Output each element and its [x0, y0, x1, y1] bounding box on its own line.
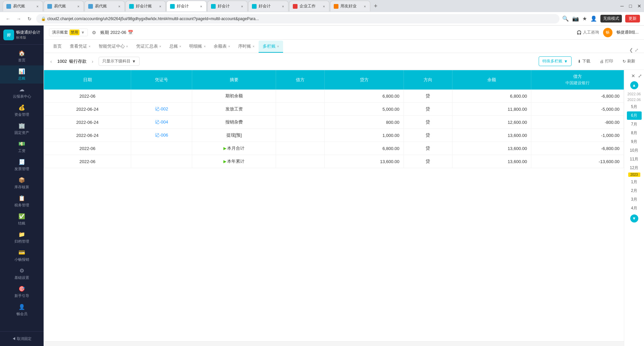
- next-account-button[interactable]: ›: [91, 58, 95, 65]
- forward-button[interactable]: →: [15, 15, 23, 23]
- close-tab-voucher-summary[interactable]: ×: [159, 45, 161, 48]
- sidebar-item-member[interactable]: 👤 畅会员: [0, 301, 44, 319]
- close-tab-multi-column[interactable]: ×: [277, 45, 279, 48]
- minimize-button[interactable]: ─: [621, 3, 624, 9]
- new-tab-button[interactable]: +: [371, 1, 380, 11]
- close-tab-balance-table[interactable]: ×: [228, 45, 230, 48]
- tab-home[interactable]: 首页: [49, 41, 66, 53]
- demo-dropdown-icon[interactable]: ▼: [81, 30, 85, 35]
- month-item-8[interactable]: 8月: [627, 129, 642, 137]
- tab-close-6[interactable]: ×: [240, 4, 244, 9]
- tab-close-9[interactable]: ×: [363, 4, 367, 9]
- search-icon[interactable]: 🔍: [562, 15, 569, 22]
- browser-tab-4[interactable]: 好会计账 ×: [125, 1, 166, 11]
- close-button[interactable]: ✕: [637, 3, 641, 9]
- special-multi-button[interactable]: 特殊多栏账 ▼: [539, 56, 572, 66]
- sidebar-item-archive[interactable]: 📁 归档管理: [0, 229, 44, 247]
- tab-voucher-summary[interactable]: 凭证汇总表 ×: [132, 41, 165, 53]
- consult-button[interactable]: 🎧 人工咨询: [577, 30, 599, 35]
- download-button[interactable]: ⬇ 下载: [574, 57, 594, 66]
- scroll-down-button[interactable]: ▼: [630, 214, 638, 223]
- close-tab-general-ledger[interactable]: ×: [179, 45, 181, 48]
- profile-icon[interactable]: 👤: [590, 15, 597, 22]
- close-tab-view-voucher[interactable]: ×: [89, 45, 91, 48]
- sidebar-item-cloud-report[interactable]: ☁ 云报表中心: [0, 84, 44, 102]
- url-input[interactable]: 🔒 cloud2.chanjet.com/accounting/uh26t264…: [36, 14, 559, 23]
- browser-tab-3[interactable]: 易代账 ×: [85, 1, 125, 11]
- sidebar-item-assets[interactable]: 🏢 固定资产: [0, 120, 44, 138]
- sidebar-item-inventory[interactable]: 📦 库存核算: [0, 174, 44, 192]
- tab-balance-table[interactable]: 余额表 ×: [210, 41, 234, 53]
- tab-close-5[interactable]: ×: [200, 4, 203, 9]
- tab-close-1[interactable]: ×: [36, 4, 39, 9]
- browser-tab-8[interactable]: 企业工作 ×: [289, 1, 329, 11]
- no-trace-button[interactable]: 无痕模式: [600, 15, 622, 22]
- browser-tab-2[interactable]: 易代账 ×: [44, 1, 84, 11]
- sidebar-item-ledger[interactable]: 📊 总账: [0, 65, 44, 84]
- update-button[interactable]: 更新: [625, 15, 640, 22]
- voucher-link[interactable]: 记-004: [131, 116, 192, 129]
- sidebar-item-settlement[interactable]: ✅ 结账: [0, 210, 44, 229]
- expand-icon[interactable]: ⤢: [635, 47, 639, 53]
- sidebar-item-salary[interactable]: 💵 工资: [0, 138, 44, 156]
- sidebar-item-settings[interactable]: ⚙ 基础设置: [0, 265, 44, 283]
- browser-tab-9[interactable]: 用友好业 ×: [330, 1, 370, 11]
- close-tab-smart-voucher[interactable]: ×: [126, 45, 128, 48]
- settings-cog-button[interactable]: ⚙: [92, 30, 96, 35]
- refresh-button[interactable]: ↻ 刷新: [619, 57, 639, 66]
- tab-close-8[interactable]: ×: [322, 4, 326, 9]
- refresh-nav-button[interactable]: ↻: [25, 15, 34, 23]
- ledger-table-wrap[interactable]: 日期 凭证号 摘要 借方 贷方 方向 余额 借方 中国建: [44, 70, 624, 341]
- tab-close-7[interactable]: ×: [281, 4, 285, 9]
- tab-view-voucher[interactable]: 查看凭证 ×: [66, 41, 95, 53]
- panel-close-icon[interactable]: ✕: [631, 72, 636, 79]
- month-item-10[interactable]: 10月: [627, 146, 642, 155]
- bookmark-icon[interactable]: ★: [582, 15, 587, 22]
- bottom-scrollbar[interactable]: [44, 341, 624, 346]
- close-tab-detail-ledger[interactable]: ×: [204, 45, 206, 48]
- sidebar-item-invoice[interactable]: 🧾 发票管理: [0, 156, 44, 174]
- month-item-2023-1[interactable]: 1月: [627, 178, 642, 186]
- month-item-5[interactable]: 5月: [627, 103, 642, 111]
- maximize-button[interactable]: □: [629, 3, 632, 9]
- sidebar-item-expense[interactable]: 💳 小畅报销: [0, 247, 44, 265]
- month-item-2023-4[interactable]: 4月: [627, 204, 642, 212]
- month-item-9[interactable]: 9月: [627, 138, 642, 146]
- collapse-right-icon[interactable]: ❮: [629, 47, 633, 53]
- browser-tab-5[interactable]: 好会计 ×: [166, 1, 207, 11]
- month-item-7[interactable]: 7月: [627, 120, 642, 129]
- month-item-2023-3[interactable]: 3月: [627, 195, 642, 204]
- month-item-11[interactable]: 11月: [627, 155, 642, 163]
- scroll-up-button[interactable]: ▲: [630, 81, 638, 89]
- tab-general-ledger[interactable]: 总账 ×: [165, 41, 185, 53]
- panel-expand-icon[interactable]: ⤢: [637, 72, 643, 79]
- sidebar-item-home[interactable]: 🏠 首页: [0, 47, 44, 65]
- camera-icon[interactable]: 📷: [572, 15, 579, 22]
- tab-detail-ledger[interactable]: 明细账 ×: [185, 41, 210, 53]
- sidebar-item-guide[interactable]: 🎯 新手引导: [0, 283, 44, 301]
- browser-tab-7[interactable]: 好会计 ×: [248, 1, 288, 11]
- browser-tab-1[interactable]: 易代账 ×: [3, 1, 43, 11]
- voucher-link[interactable]: 记-002: [131, 103, 192, 116]
- show-sub-accounts-button[interactable]: 只显示下级科目 ▼: [99, 57, 140, 66]
- tab-smart-voucher[interactable]: 智能凭证中心 ×: [95, 41, 132, 53]
- month-item-2023-2[interactable]: 2月: [627, 187, 642, 195]
- month-item-12[interactable]: 12月: [627, 164, 642, 172]
- month-item-6[interactable]: 6月: [627, 111, 642, 120]
- print-button[interactable]: 🖨 打印: [596, 57, 616, 66]
- back-button[interactable]: ←: [4, 15, 12, 23]
- sidebar-item-tax[interactable]: 📋 税务管理: [0, 192, 44, 210]
- voucher-link[interactable]: 记-006: [131, 129, 192, 142]
- tab-close-2[interactable]: ×: [77, 4, 80, 9]
- sidebar-item-fund[interactable]: 💰 资金管理: [0, 102, 44, 120]
- close-tab-sequence-ledger[interactable]: ×: [253, 45, 255, 48]
- tab-multi-column[interactable]: 多栏账 ×: [259, 41, 283, 53]
- tab-close-3[interactable]: ×: [118, 4, 121, 9]
- user-avatar[interactable]: 畅: [603, 28, 612, 37]
- tab-sequence-ledger[interactable]: 序时账 ×: [234, 41, 259, 53]
- calendar-icon[interactable]: 📅: [128, 30, 133, 35]
- tab-close-4[interactable]: ×: [159, 4, 162, 9]
- prev-account-button[interactable]: ‹: [49, 58, 53, 65]
- unpin-button[interactable]: ◀ 取消固定: [0, 334, 44, 343]
- browser-tab-6[interactable]: 好会计 ×: [207, 1, 248, 11]
